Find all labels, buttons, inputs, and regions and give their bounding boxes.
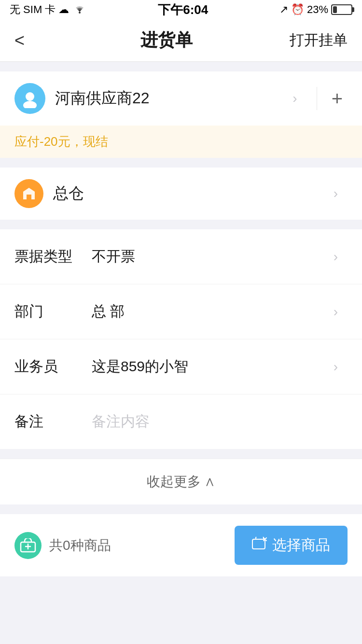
remark-row[interactable]: 备注 备注内容: [0, 394, 362, 449]
product-icon: [14, 532, 42, 559]
no-sim-label: 无 SIM 卡 ☁: [10, 2, 69, 17]
supplier-section: 河南供应商22 › + 应付-20元，现结: [0, 71, 362, 158]
product-count-wrapper: 共0种商品: [14, 532, 111, 559]
warehouse-name: 总仓: [53, 183, 334, 204]
warehouse-row[interactable]: 总仓 ›: [0, 168, 362, 220]
supplier-avatar: [14, 83, 45, 114]
department-value: 总 部: [82, 302, 334, 322]
svg-rect-3: [27, 195, 31, 199]
bottom-bar: 共0种商品 选择商品: [0, 514, 362, 576]
salesperson-chevron-icon: ›: [334, 359, 338, 375]
status-time: 下午6:04: [158, 1, 208, 18]
department-label: 部门: [14, 302, 82, 322]
supplier-name: 河南供应商22: [55, 88, 292, 109]
supplier-inner[interactable]: 河南供应商22 ›: [14, 83, 307, 114]
status-right: ↗ ⏰ 23%: [279, 3, 352, 16]
vertical-divider: [317, 87, 317, 110]
nav-bar: < 进货单 打开挂单: [0, 19, 362, 62]
svg-point-1: [26, 92, 34, 101]
supplier-row[interactable]: 河南供应商22 › +: [0, 71, 362, 126]
svg-point-2: [23, 101, 37, 108]
open-pending-button[interactable]: 打开挂单: [290, 30, 348, 50]
wifi-icon: [73, 3, 86, 16]
product-count-text: 共0种商品: [49, 536, 111, 555]
status-bar: 无 SIM 卡 ☁ 下午6:04 ↗ ⏰ 23%: [0, 0, 362, 19]
svg-point-0: [79, 12, 81, 14]
back-button[interactable]: <: [14, 30, 43, 51]
department-chevron-icon: ›: [334, 304, 338, 320]
supplier-notice: 应付-20元，现结: [0, 126, 362, 158]
select-product-icon: [252, 537, 267, 554]
department-row[interactable]: 部门 总 部 ›: [0, 284, 362, 339]
invoice-chevron-icon: ›: [334, 249, 338, 265]
form-section: 票据类型 不开票 › 部门 总 部 › 业务员 这是859的小智 › 备注 备注…: [0, 229, 362, 449]
select-product-label: 选择商品: [272, 535, 330, 555]
invoice-row[interactable]: 票据类型 不开票 ›: [0, 229, 362, 284]
salesperson-value: 这是859的小智: [82, 357, 334, 377]
battery-icon: [331, 4, 352, 15]
collapse-toggle[interactable]: 收起更多 ∧: [0, 459, 362, 504]
salesperson-label: 业务员: [14, 357, 82, 377]
location-icon: ↗: [279, 3, 288, 16]
collapse-label: 收起更多 ∧: [147, 474, 216, 489]
salesperson-row[interactable]: 业务员 这是859的小智 ›: [0, 339, 362, 394]
add-supplier-button[interactable]: +: [327, 88, 348, 110]
select-product-button[interactable]: 选择商品: [235, 526, 348, 565]
page-title: 进货单: [140, 28, 193, 52]
supplier-chevron-icon: ›: [292, 91, 297, 106]
invoice-label: 票据类型: [14, 247, 82, 266]
status-left: 无 SIM 卡 ☁: [10, 2, 86, 17]
invoice-value: 不开票: [82, 247, 334, 266]
section-gap-1: [0, 62, 362, 71]
warehouse-chevron-icon: ›: [334, 186, 338, 201]
remark-input[interactable]: 备注内容: [82, 412, 348, 432]
warehouse-icon: [14, 179, 43, 208]
gray-fill-area: [0, 576, 362, 644]
alarm-icon: ⏰: [291, 3, 304, 16]
remark-label: 备注: [14, 412, 82, 432]
battery-percent: 23%: [307, 3, 328, 16]
